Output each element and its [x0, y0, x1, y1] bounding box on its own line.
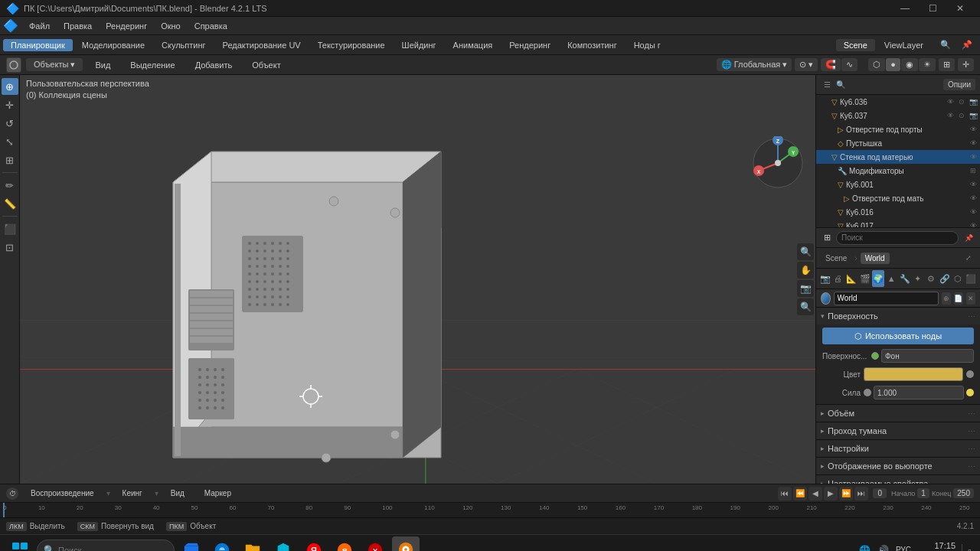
jump-end-btn[interactable]: ⏭ [854, 487, 868, 500]
taskbar-search[interactable]: 🔍 [37, 540, 175, 552]
use-nodes-button[interactable]: ⬡ Использовать ноды [822, 328, 974, 344]
color-socket-btn[interactable] [966, 370, 974, 378]
object-props-btn[interactable]: ▲ [886, 270, 897, 287]
volume-icon[interactable]: 🔊 [877, 544, 890, 552]
tab-modeling[interactable]: Моделирование [74, 39, 152, 51]
view-menu[interactable]: Вид [87, 59, 118, 71]
outliner-item-2[interactable]: ▽ Ку6.037 👁 ⊙ 📷 [816, 109, 980, 122]
playback-menu[interactable]: Воспроизведение [23, 487, 102, 499]
scene-props-btn[interactable]: 🎬 [859, 270, 871, 287]
world-new-btn[interactable]: 📄 [954, 292, 963, 305]
outliner-options-btn[interactable]: Опции [943, 79, 975, 90]
zoom-in-btn[interactable]: 🔍 [797, 243, 814, 260]
item-vis-5[interactable]: 👁 [968, 152, 978, 162]
tab-compositing[interactable]: Композитинг [560, 39, 625, 51]
volume-header[interactable]: ▸ Объём ⋯ [816, 405, 980, 422]
maximize-button[interactable]: ☐ [919, 0, 946, 17]
render-props-btn[interactable]: 📷 [819, 270, 831, 287]
start-frame-input[interactable]: 1 [917, 488, 929, 498]
tab-animation[interactable]: Анимация [446, 39, 501, 51]
view-layer-props-btn[interactable]: 📐 [846, 270, 858, 287]
show-desktop-btn[interactable]: ▫ [962, 544, 974, 552]
taskbar-yandex3[interactable]: Y [361, 536, 389, 552]
prev-frame-btn[interactable]: ⏪ [793, 487, 807, 500]
item-vis-4[interactable]: 👁 [968, 138, 978, 148]
jump-start-btn[interactable]: ⏮ [778, 487, 792, 500]
taskbar-blender[interactable] [392, 536, 420, 552]
object-menu[interactable]: Объект [244, 59, 288, 71]
surface-dropdown[interactable]: Фон [881, 349, 974, 363]
constraints-props-btn[interactable]: 🔗 [939, 270, 950, 287]
tab-uv[interactable]: Редактирование UV [215, 39, 309, 51]
taskbar-yandex2[interactable]: Я [331, 536, 358, 552]
prop-pin-btn[interactable]: 📌 [962, 231, 975, 245]
item-vis-9[interactable]: 👁 [968, 207, 978, 217]
surface-section-header[interactable]: ▾ Поверхность ⋯ [816, 308, 980, 324]
settings-header[interactable]: ▸ Настройки ⋯ [816, 440, 980, 457]
item-vis-10[interactable]: 👁 [968, 220, 978, 228]
gizmo-btn[interactable]: ✛ [958, 58, 974, 71]
item-vis-2[interactable]: 👁 [945, 110, 956, 121]
search-scene-btn[interactable]: 🔍 [797, 298, 814, 315]
snap-toggle[interactable]: 🧲 [821, 58, 841, 71]
select-menu[interactable]: Выделение [122, 59, 182, 71]
item-render-1[interactable]: 📷 [968, 96, 978, 107]
transform-pivot[interactable]: ⊙ ▾ [795, 58, 818, 71]
outliner-item-6[interactable]: 🔧 Модификаторы ⊞ [816, 164, 980, 178]
particles-props-btn[interactable]: ✦ [912, 270, 923, 287]
color-picker-btn[interactable] [864, 367, 963, 381]
camera-btn[interactable]: 📷 [797, 280, 814, 297]
taskbar-yandex1[interactable]: Я [300, 536, 328, 552]
mist-header[interactable]: ▸ Проход тумана ⋯ [816, 422, 980, 439]
transform-space-dropdown[interactable]: 🌐 Глобальная ▾ [717, 58, 792, 71]
menu-window[interactable]: Окно [155, 20, 187, 32]
solid-btn[interactable]: ● [886, 58, 900, 71]
outliner-item-9[interactable]: ▽ Ку6.016 👁 [816, 205, 980, 219]
tab-layout[interactable]: Планировщик [3, 39, 73, 51]
network-icon[interactable]: 🌐 [859, 544, 871, 552]
outliner-item-4[interactable]: ◇ Пустышка 👁 [816, 136, 980, 150]
item-select-2[interactable]: ⊙ [956, 110, 967, 121]
viewport-display-header[interactable]: ▸ Отображение во вьюпорте ⋯ [816, 458, 980, 474]
taskbar-explorer[interactable] [178, 536, 205, 552]
item-vis-8[interactable]: 👁 [968, 193, 978, 204]
menu-help[interactable]: Справка [188, 20, 234, 32]
viewport[interactable]: Пользовательская перспектива (0) Коллекц… [20, 75, 815, 484]
next-frame-btn[interactable]: ⏩ [839, 487, 853, 500]
tab-viewlayer[interactable]: ViewLayer [877, 39, 931, 51]
rotate-tool[interactable]: ↺ [2, 115, 18, 132]
end-frame-input[interactable]: 250 [953, 488, 974, 498]
outliner-item-3[interactable]: ▷ Отверстие под порты 👁 [816, 122, 980, 136]
data-props-btn[interactable]: ⬡ [952, 270, 963, 287]
taskbar-edge[interactable] [208, 536, 236, 552]
play-reverse-btn[interactable]: ◀ [808, 487, 822, 500]
start-button[interactable] [6, 536, 34, 552]
close-button[interactable]: ✕ [946, 0, 974, 17]
current-frame-display[interactable]: 0 [873, 488, 887, 498]
hand-tool-btn[interactable]: ✋ [797, 262, 814, 279]
world-delete-btn[interactable]: ✕ [966, 292, 975, 305]
timeline-type-btn[interactable]: ⏱ [6, 487, 18, 500]
system-clock[interactable]: 17:15 28.09.2024 [917, 541, 956, 551]
item-render-2[interactable]: 📷 [968, 110, 978, 121]
prop-nav-scene[interactable]: Scene [821, 253, 851, 264]
world-name-input[interactable] [834, 292, 939, 305]
tab-sculpting[interactable]: Скульптинг [154, 39, 214, 51]
item-select-1[interactable]: ⊙ [956, 96, 967, 107]
annotate-tool[interactable]: ✏ [2, 177, 18, 194]
prop-nav-expand-btn[interactable]: ⤢ [962, 251, 975, 265]
strength-input[interactable]: 1.000 [874, 386, 964, 399]
overlay-btn[interactable]: ⊞ [939, 58, 955, 71]
tab-rendering[interactable]: Рендеринг [501, 39, 558, 51]
item-vis-7[interactable]: 👁 [968, 179, 978, 190]
scale-tool[interactable]: ⤡ [2, 133, 18, 150]
add-menu[interactable]: Добавить [188, 59, 240, 71]
proportional-edit[interactable]: ∿ [841, 58, 858, 71]
item-col-6[interactable]: ⊞ [968, 165, 978, 176]
object-mode-dropdown[interactable]: Объекты ▾ [26, 58, 83, 71]
rendered-btn[interactable]: ☀ [919, 58, 936, 71]
add-cube-tool[interactable]: ⬛ [2, 220, 18, 237]
pin-btn[interactable]: 📌 [957, 38, 977, 51]
world-props-btn[interactable]: 🌍 [872, 270, 884, 287]
tab-scene[interactable]: Scene [836, 39, 875, 51]
